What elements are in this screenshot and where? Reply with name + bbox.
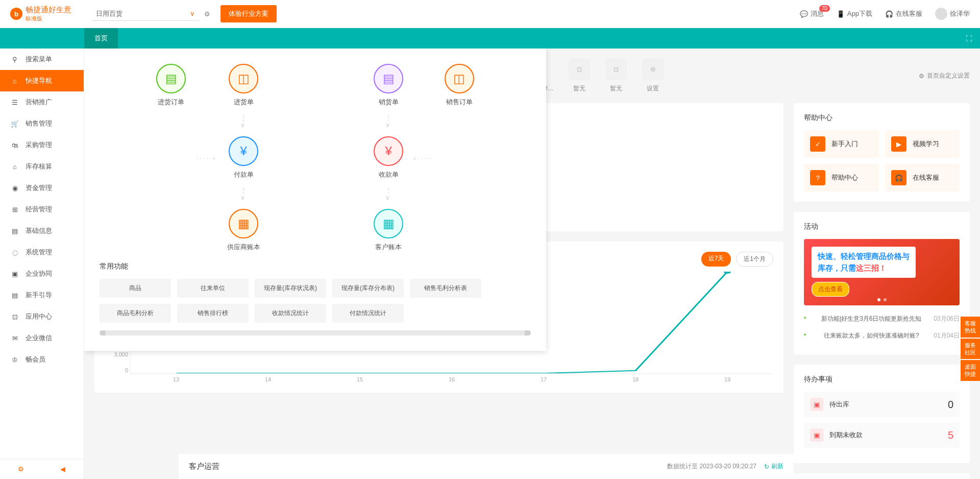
sales-order-icon: ◫	[445, 64, 474, 93]
online-service-link[interactable]: 🎧 在线客服	[885, 9, 922, 18]
tile-icon: ⚙	[642, 59, 664, 80]
flow-payment-bill[interactable]: ¥ 付款单	[229, 136, 258, 179]
dashboard-tile-2[interactable]: ⊡暂无	[569, 59, 590, 93]
common-function-button[interactable]: 收款情况统计	[255, 304, 326, 323]
sidebar-icon: ▣	[10, 270, 19, 278]
sidebar-item-12[interactable]: ⊡应用中心	[0, 306, 84, 327]
help-item-0[interactable]: ✓新手入门	[804, 130, 879, 158]
help-item-1[interactable]: ▶视频学习	[885, 130, 960, 158]
activity-card: 活动 快速、轻松管理商品价格与 库存，只需这三招！ 点击查看 新功能|好生意3月…	[794, 212, 970, 354]
todo-icon: ▣	[810, 428, 823, 442]
flow-purchase-order[interactable]: ▤ 进货订单	[156, 64, 186, 107]
common-function-button[interactable]: 付款情况统计	[332, 304, 404, 323]
sidebar-item-11[interactable]: ▤新手引导	[0, 284, 84, 306]
common-functions-title: 常用功能	[100, 262, 531, 271]
collapse-icon[interactable]: ◀	[42, 459, 84, 479]
news-item[interactable]: 往来账款太多，如何快速准确对账?01月04日	[804, 327, 960, 344]
sidebar-item-8[interactable]: ▤基础信息	[0, 220, 84, 242]
footer-stats-text: 数据统计至 2023-03-20 09:20:27	[667, 462, 756, 471]
phone-icon: 📱	[837, 10, 845, 18]
activity-banner[interactable]: 快速、轻松管理商品价格与 库存，只需这三招！ 点击查看	[804, 239, 960, 305]
custom-settings-link[interactable]: ⚙ 首页自定义设置	[919, 71, 970, 80]
sidebar-item-7[interactable]: ⊞经营管理	[0, 199, 84, 220]
common-function-button[interactable]: 销售毛利分析表	[410, 279, 481, 298]
horizontal-scrollbar[interactable]	[100, 330, 531, 336]
help-icon: 🎧	[891, 170, 906, 185]
chart-tab-7days[interactable]: 近7天	[701, 252, 731, 267]
flow-sales-bill[interactable]: ▤ 销货单	[374, 64, 403, 107]
refresh-button[interactable]: ↻ 刷新	[764, 462, 783, 471]
sidebar-item-10[interactable]: ▣企业协同	[0, 263, 84, 284]
flow-purchase-bill[interactable]: ◫ 进货单	[229, 64, 258, 107]
common-function-button[interactable]: 销售排行榜	[177, 304, 249, 323]
news-item[interactable]: 新功能|好生意3月6日功能更新抢先知03月06日	[804, 310, 960, 327]
dashboard-tile-4[interactable]: ⚙设置	[642, 59, 664, 93]
purchase-order-icon: ▤	[156, 64, 186, 93]
sidebar-icon: ☰	[10, 99, 19, 106]
arrow-down-icon: ⋮∨	[385, 114, 391, 129]
sidebar-item-3[interactable]: 🛒销售管理	[0, 113, 84, 134]
purchase-bill-icon: ◫	[229, 64, 258, 93]
chart-tab-30days[interactable]: 近1个月	[736, 252, 773, 267]
sidebar-item-13[interactable]: ✉企业微信	[0, 327, 84, 349]
dashboard-tile-3[interactable]: ⊡暂无	[605, 59, 627, 93]
logo: b 畅捷通好生意 标准版	[10, 5, 82, 22]
sidebar-icon: 🛍	[10, 141, 19, 149]
arrow-left-icon: ‹·····	[413, 154, 434, 162]
flow-receipt-bill[interactable]: ¥ 收款单	[374, 136, 403, 179]
tile-icon: ⊡	[605, 59, 627, 80]
app-download-link[interactable]: 📱 App下载	[837, 9, 872, 18]
float-button[interactable]: 桌面快捷	[961, 360, 980, 381]
sidebar-icon: ▤	[10, 227, 19, 235]
banner-cta-button[interactable]: 点击查看	[812, 282, 849, 297]
supplier-ledger-icon: ▦	[229, 209, 258, 238]
help-item-3[interactable]: 🎧在线客服	[885, 164, 960, 191]
sidebar-item-2[interactable]: ☰营销推广	[0, 91, 84, 113]
headset-icon: 🎧	[885, 10, 893, 18]
help-icon: ✓	[810, 136, 825, 152]
common-function-button[interactable]: 商品	[100, 279, 171, 298]
sidebar-item-9[interactable]: ◌系统管理	[0, 242, 84, 263]
customer-ledger-icon: ▦	[374, 209, 403, 238]
flow-supplier-ledger[interactable]: ▦ 供应商账本	[227, 209, 260, 252]
gear-icon: ⚙	[919, 73, 924, 80]
todo-item-1[interactable]: ▣到期未收款5	[804, 422, 960, 448]
common-function-button[interactable]: 商品毛利分析	[100, 304, 171, 323]
message-link[interactable]: 💬 消息 70	[800, 9, 824, 18]
help-item-2[interactable]: ?帮助中心	[804, 164, 879, 191]
todo-item-0[interactable]: ▣待出库0	[804, 392, 960, 417]
arrow-down-icon: ⋮∨	[385, 187, 391, 201]
float-button[interactable]: 客服热线	[961, 317, 980, 338]
flow-sales-order[interactable]: ◫ 销售订单	[445, 64, 474, 107]
sidebar-icon: ♔	[10, 356, 19, 364]
common-function-button[interactable]: 现存量(库存状况表)	[255, 279, 326, 298]
common-function-button[interactable]: 往来单位	[177, 279, 249, 298]
arrow-right-icon: ·····›	[196, 154, 216, 162]
todo-title: 待办事项	[804, 375, 960, 384]
category-select[interactable]: 日用百货 ∨	[92, 7, 199, 21]
sidebar-item-1[interactable]: ⌂快捷导航	[0, 70, 84, 91]
user-menu[interactable]: 徐泽华	[935, 8, 970, 20]
tab-home[interactable]: 首页	[84, 28, 118, 49]
sidebar-item-0[interactable]: ⚲搜索菜单	[0, 49, 84, 70]
carousel-dot[interactable]	[877, 298, 880, 301]
sidebar-icon: 🛒	[10, 120, 19, 128]
expand-icon[interactable]: ⛶	[966, 35, 972, 42]
activity-title: 活动	[804, 222, 960, 231]
try-solution-button[interactable]: 体验行业方案	[220, 5, 277, 22]
float-button[interactable]: 服务社区	[961, 339, 980, 360]
sidebar-item-14[interactable]: ♔畅会员	[0, 349, 84, 370]
sidebar: ⚲搜索菜单⌂快捷导航☰营销推广🛒销售管理🛍采购管理⌂库存核算◉资金管理⊞经营管理…	[0, 49, 84, 479]
gear-icon[interactable]: ⚙	[204, 10, 210, 18]
sidebar-icon: ◉	[10, 184, 19, 192]
arrow-down-icon: ⋮∨	[240, 114, 247, 129]
sidebar-item-6[interactable]: ◉资金管理	[0, 177, 84, 199]
carousel-dot[interactable]	[884, 298, 887, 301]
sidebar-icon: ✉	[10, 334, 19, 342]
settings-icon[interactable]: ⚙	[0, 459, 42, 479]
common-function-button[interactable]: 现存量(库存分布表)	[332, 279, 404, 298]
sidebar-item-4[interactable]: 🛍采购管理	[0, 134, 84, 156]
help-card: 帮助中心 ✓新手入门▶视频学习?帮助中心🎧在线客服	[794, 103, 970, 202]
sidebar-item-5[interactable]: ⌂库存核算	[0, 156, 84, 177]
flow-customer-ledger[interactable]: ▦ 客户账本	[374, 209, 403, 252]
